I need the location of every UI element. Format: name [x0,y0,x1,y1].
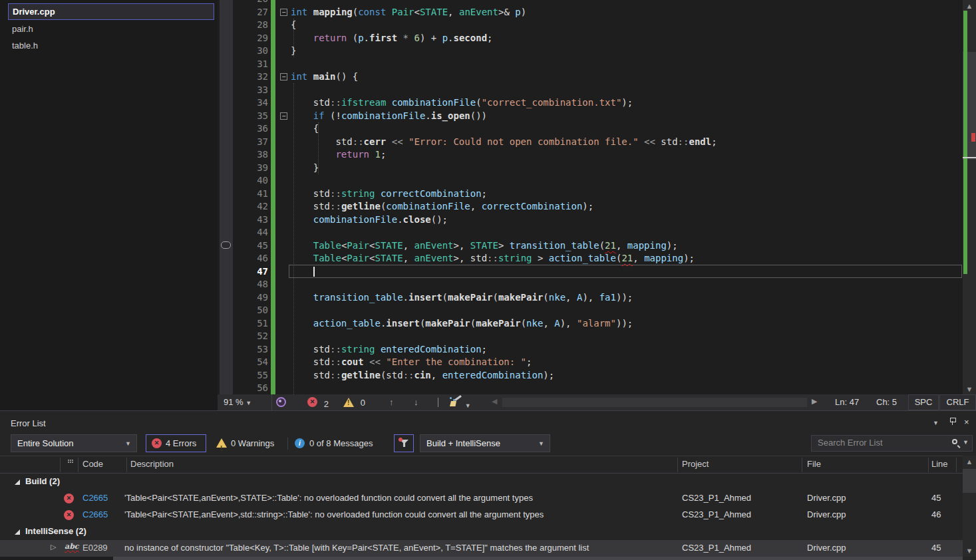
hscroll-right-icon[interactable]: ▶ [812,397,817,406]
search-error-list-input[interactable]: Search Error List ▼ [811,435,973,452]
error-list-hscrollbar[interactable] [0,557,963,560]
source-filter-dropdown[interactable]: Build + IntelliSense▼ [420,434,550,452]
error-list-vscrollbar[interactable]: ▲ ▼ [963,456,976,557]
line-number[interactable]: 55 [236,369,268,382]
pin-icon[interactable] [949,417,956,428]
line-number[interactable]: 34 [236,96,268,110]
code-line[interactable] [280,174,717,188]
code-line[interactable]: std::cout << "Enter the combination: "; [280,356,717,369]
code-line[interactable]: { [280,19,717,32]
warnings-toggle-button[interactable]: 0 Warnings [212,434,282,452]
code-line[interactable]: std::string enteredCombination; [280,343,717,356]
error-row[interactable]: ▷abcE0289no instance of constructor "Tab… [0,540,963,557]
code-line[interactable]: std::getline(std::cin, enteredCombinatio… [280,369,717,382]
line-number[interactable]: 53 [236,343,268,356]
filter-toggle-button[interactable] [394,434,414,452]
group-expander-icon[interactable] [15,529,20,535]
warning-count-button[interactable]: 0 [343,398,365,409]
column-header-code[interactable]: Code [82,459,103,469]
code-line[interactable] [280,278,717,291]
code-line[interactable] [280,84,717,97]
line-number[interactable]: 56 [236,382,268,394]
column-header-line[interactable]: Line [931,459,948,469]
code-line[interactable] [280,0,717,6]
scroll-up-icon[interactable]: ▲ [963,1,976,11]
code-line[interactable] [280,58,717,71]
code-line[interactable]: Table<Pair<STATE, anEvent>, STATE> trans… [280,239,717,253]
next-issue-button[interactable]: ↓ [414,397,418,407]
hscrollbar-thumb[interactable] [502,398,807,407]
error-row[interactable]: C2665'Table<Pair<STATE,anEvent>,std::str… [0,507,963,523]
code-cleanup-button[interactable]: ▼ [449,397,471,410]
fold-collapse-button[interactable]: − [280,73,287,80]
error-count-button[interactable]: 2 [307,397,329,409]
zoom-level-select[interactable]: 91 % ▼ [224,397,251,407]
scope-filter-dropdown[interactable]: Entire Solution▼ [11,434,137,452]
messages-toggle-button[interactable]: i 0 of 8 Messages [290,434,390,452]
code-line[interactable] [280,304,717,317]
line-number[interactable]: 39 [236,162,268,175]
code-line[interactable]: combinationFile.close(); [280,213,717,227]
line-number[interactable]: 54 [236,356,268,369]
chevron-down-icon[interactable]: ▼ [963,439,969,446]
code-line[interactable]: −int main() { [280,70,717,84]
line-number[interactable]: 40 [236,174,268,188]
breakpoint-gutter[interactable] [220,0,233,394]
code-line[interactable]: } [280,45,717,58]
line-number[interactable]: 44 [236,226,268,239]
error-group-row[interactable]: Build (2) [0,474,963,490]
previous-issue-button[interactable]: ↑ [389,397,394,407]
line-number[interactable]: 33 [236,84,268,97]
line-number[interactable]: 27 [236,6,268,19]
scroll-down-icon[interactable]: ▼ [963,384,976,394]
code-line[interactable]: std::ifstream combinationFile("correct_c… [280,96,717,110]
scroll-up-icon[interactable]: ▲ [963,457,976,466]
column-header-description[interactable]: Description [130,459,174,469]
code-line[interactable]: return (p.first * 6) + p.second; [280,32,717,45]
line-number[interactable]: 41 [236,188,268,201]
line-number[interactable]: 37 [236,136,268,149]
hscroll-left-icon[interactable]: ◀ [492,397,497,406]
column-header-file[interactable]: File [807,459,821,469]
error-row[interactable]: C2665'Table<Pair<STATE,anEvent>,STATE>::… [0,490,963,507]
line-number[interactable]: 45 [236,239,268,253]
code-line[interactable]: −int mapping(const Pair<STATE, anEvent>&… [280,6,717,19]
code-line[interactable]: action_table.insert(makePair(makePair(nk… [280,317,717,331]
code-line[interactable]: { [280,122,717,136]
line-number[interactable]: 28 [236,19,268,32]
code-line[interactable] [280,226,717,239]
code-line[interactable] [280,330,717,343]
file-item-table-h[interactable]: table.h [12,41,38,51]
line-number[interactable]: 30 [236,45,268,58]
line-number[interactable]: 31 [236,58,268,71]
line-number[interactable]: 43 [236,213,268,227]
row-expand-chevron-icon[interactable]: ▷ [51,543,56,551]
document-health-icon[interactable] [276,397,286,409]
scrollbar-thumb[interactable] [113,557,963,560]
scroll-down-icon[interactable]: ▼ [963,546,976,555]
editor-vertical-scrollbar[interactable]: ▲ ▼ [963,0,976,394]
line-ending-button[interactable]: CRLF [939,394,976,410]
column-header-project[interactable]: Project [682,459,709,469]
line-number[interactable]: 51 [236,317,268,331]
fold-collapse-button[interactable]: − [280,9,287,16]
line-number[interactable]: 47 [236,265,268,279]
code-line[interactable]: std::cerr << "Error: Could not open comb… [280,136,717,149]
line-number[interactable]: 48 [236,278,268,291]
group-expander-icon[interactable] [15,480,20,485]
errors-toggle-button[interactable]: 4 Errors [146,434,206,452]
close-icon[interactable]: × [964,417,969,427]
code-text-area[interactable]: −int mapping(const Pair<STATE, anEvent>&… [280,0,717,394]
line-number[interactable]: 36 [236,122,268,136]
severity-column-icon[interactable] [68,460,69,461]
code-line[interactable] [280,382,717,394]
line-number[interactable]: 46 [236,252,268,265]
panel-menu-chevron-icon[interactable]: ▼ [933,417,939,427]
code-line[interactable]: Table<Pair<STATE, anEvent>, std::string … [280,252,717,265]
line-number[interactable]: 32 [236,70,268,84]
whitespace-mode-button[interactable]: SPC [908,394,939,410]
line-number[interactable]: 29 [236,32,268,45]
code-line[interactable]: − if (!combinationFile.is_open()) [280,110,717,123]
file-item-driver-cpp[interactable]: Driver.cpp [8,3,214,20]
line-number[interactable]: 52 [236,330,268,343]
